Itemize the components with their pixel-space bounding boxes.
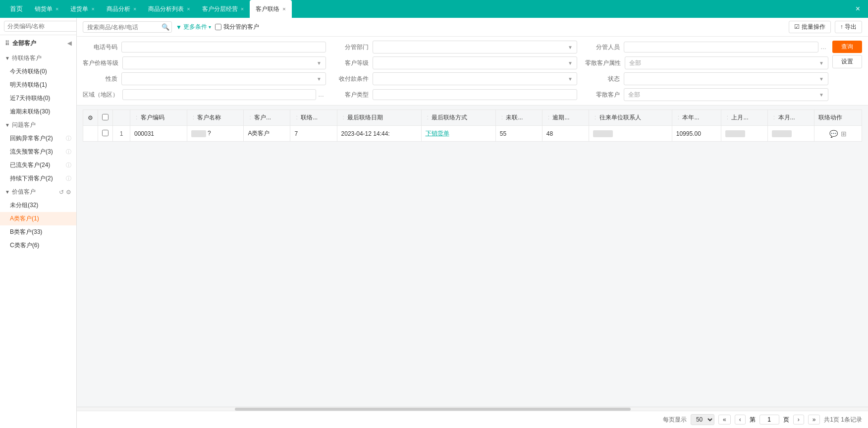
nav-tab-purchase[interactable]: 进货单 × bbox=[64, 0, 100, 18]
sidebar-root[interactable]: ⠿ 全部客户 ◀ bbox=[0, 35, 76, 52]
sidebar-item-declining[interactable]: 持续下滑客户(2) ⓘ bbox=[0, 172, 76, 185]
filter-field-person: 分管人员 … bbox=[585, 42, 828, 53]
last-month-placeholder bbox=[725, 130, 745, 137]
filter-search-input[interactable] bbox=[87, 24, 162, 31]
close-tab-purchase[interactable]: × bbox=[91, 6, 94, 12]
th-last-month[interactable]: : 上月... bbox=[721, 110, 767, 126]
batch-ops-btn[interactable]: ☑ 批量操作 bbox=[789, 21, 830, 33]
filter-input-region[interactable] bbox=[122, 89, 316, 100]
horizontal-scrollbar[interactable] bbox=[77, 407, 868, 411]
sidebar-item-today[interactable]: 今天待联络(0) bbox=[0, 65, 76, 78]
close-all-tabs[interactable]: × bbox=[852, 4, 864, 13]
filter-input-phone[interactable] bbox=[121, 42, 326, 53]
th-unit-contact[interactable]: : 往来单位联系人 bbox=[589, 110, 672, 126]
th-last-method[interactable]: : 最后联络方式 bbox=[421, 110, 495, 126]
row-checkbox[interactable] bbox=[102, 130, 108, 136]
sidebar-item-week[interactable]: 近7天待联络(0) bbox=[0, 92, 76, 105]
filter-select-status[interactable]: ▼ bbox=[624, 72, 828, 85]
sidebar-item-overdue[interactable]: 逾期未联络(30) bbox=[0, 105, 76, 118]
first-page-btn[interactable]: « bbox=[718, 415, 731, 425]
filter-search-icon[interactable]: 🔍 bbox=[162, 23, 169, 31]
nav-tab-sales[interactable]: 销货单 × bbox=[29, 0, 64, 18]
filter-more-btn[interactable]: ▼ 更多条件 ▾ bbox=[176, 23, 211, 31]
sidebar-search-input[interactable] bbox=[4, 21, 77, 32]
total-text: 共1页 1条记录 bbox=[824, 416, 862, 424]
value-settings-icon[interactable]: ⚙ bbox=[66, 189, 71, 196]
th-this-year[interactable]: : 本年... bbox=[672, 110, 721, 126]
adv-filter: 电话号码 分管部门 ▼ 分管人员 bbox=[77, 37, 868, 106]
filter-input-person[interactable] bbox=[624, 42, 818, 53]
select-all-checkbox[interactable] bbox=[102, 114, 108, 120]
nav-tab-analysis-list[interactable]: 商品分析列表 × bbox=[142, 0, 196, 18]
sidebar-section-pending-title[interactable]: ▼ 待联络客户 bbox=[0, 52, 76, 65]
filter-field-region: 区域（地区） … bbox=[83, 89, 326, 100]
th-last-date[interactable]: : 最后联络日期 bbox=[337, 110, 421, 126]
sidebar-item-repeat[interactable]: 回购异常客户(2) ⓘ bbox=[0, 132, 76, 145]
sidebar-item-tomorrow[interactable]: 明天待联络(1) bbox=[0, 78, 76, 92]
filter-mine-checkbox[interactable] bbox=[215, 24, 221, 30]
price-level-dropdown-icon: ▼ bbox=[317, 60, 322, 66]
filter-select-payment[interactable]: ▼ bbox=[373, 72, 577, 85]
close-tab-customer-tier[interactable]: × bbox=[241, 6, 244, 12]
value-refresh-icon[interactable]: ↺ bbox=[59, 189, 64, 196]
close-tab-customer-contact[interactable]: × bbox=[282, 6, 285, 12]
last-page-btn[interactable]: » bbox=[808, 415, 820, 425]
filter-input-type[interactable] bbox=[373, 89, 577, 100]
nav-home[interactable]: 首页 bbox=[4, 0, 29, 18]
sidebar-item-a-class[interactable]: A类客户(1) bbox=[0, 212, 76, 225]
filter-select-price-level[interactable]: ▼ bbox=[122, 56, 326, 69]
page-size-label: 每页显示 bbox=[663, 416, 687, 424]
filter-icon: ▼ bbox=[176, 24, 182, 31]
sidebar-section-value-title[interactable]: ▼ 价值客户 ↺ ⚙ bbox=[0, 185, 76, 199]
table-header-row: ⚙ : 客户编码 : 客户名称 bbox=[83, 110, 862, 126]
sidebar-item-lost-pre[interactable]: 流失预警客户(3) ⓘ bbox=[0, 145, 76, 159]
settings-btn[interactable]: 设置 bbox=[832, 55, 862, 68]
th-name[interactable]: : 客户名称 bbox=[187, 110, 244, 126]
filter-label-nature: 性质 bbox=[83, 75, 117, 83]
close-tab-sales[interactable]: × bbox=[55, 6, 58, 12]
qr-icon[interactable]: ⊞ bbox=[841, 130, 847, 138]
close-tab-analysis[interactable]: × bbox=[133, 6, 136, 12]
filter-select-retail[interactable]: 全部 ▼ bbox=[624, 88, 828, 101]
sidebar-item-ungroup[interactable]: 未分组(32) bbox=[0, 199, 76, 212]
close-tab-analysis-list[interactable]: × bbox=[187, 6, 190, 12]
th-level[interactable]: : 客户... bbox=[244, 110, 290, 126]
th-contact[interactable]: : 联络... bbox=[290, 110, 337, 126]
export-btn[interactable]: ↑ 导出 bbox=[835, 21, 862, 33]
sidebar-item-c-class[interactable]: C类客户(6) bbox=[0, 239, 76, 252]
th-code[interactable]: : 客户编码 bbox=[130, 110, 187, 126]
region-more-icon[interactable]: … bbox=[316, 91, 326, 98]
nav-tab-customer-tier[interactable]: 客户分层经营 × bbox=[196, 0, 250, 18]
chat-icon[interactable]: 💬 bbox=[829, 130, 838, 138]
prev-page-btn[interactable]: ‹ bbox=[735, 415, 746, 425]
filter-label-type: 客户类型 bbox=[334, 91, 369, 99]
sidebar-collapse-icon[interactable]: ◀ bbox=[67, 40, 71, 47]
sidebar-item-b-class[interactable]: B类客户(33) bbox=[0, 225, 76, 239]
th-this-month[interactable]: : 本月... bbox=[767, 110, 814, 126]
next-page-btn[interactable]: › bbox=[793, 415, 804, 425]
customer-table: ⚙ : 客户编码 : 客户名称 bbox=[83, 109, 862, 142]
page-num-input[interactable] bbox=[760, 415, 779, 425]
td-last-method: 下销货单 bbox=[421, 126, 495, 142]
filter-select-customer-level[interactable]: ▼ bbox=[373, 56, 577, 69]
pending-arrow-icon: ▼ bbox=[5, 55, 10, 61]
td-contact: 7 bbox=[290, 126, 337, 142]
person-more-icon[interactable]: … bbox=[818, 44, 828, 51]
page-size-select[interactable]: 50 bbox=[691, 414, 714, 425]
th-overdue[interactable]: : 逾期... bbox=[542, 110, 589, 126]
th-gear[interactable]: ⚙ bbox=[83, 110, 98, 126]
th-no-contact[interactable]: : 未联... bbox=[495, 110, 542, 126]
this-month-placeholder bbox=[772, 130, 792, 137]
filter-select-retail-attr[interactable]: 全部 ▼ bbox=[625, 56, 828, 69]
sidebar-item-lost[interactable]: 已流失客户(24) ⓘ bbox=[0, 159, 76, 172]
filter-select-nature[interactable]: ▼ bbox=[121, 72, 326, 85]
filter-select-dept[interactable]: ▼ bbox=[373, 41, 577, 54]
customer-level-dropdown-icon: ▼ bbox=[568, 60, 573, 66]
nav-tab-customer-contact[interactable]: 客户联络 × bbox=[250, 0, 291, 18]
nav-tab-analysis[interactable]: 商品分析 × bbox=[101, 0, 142, 18]
query-btn[interactable]: 查询 bbox=[832, 41, 862, 53]
td-no-contact: 55 bbox=[495, 126, 542, 142]
last-method-link[interactable]: 下销货单 bbox=[426, 130, 449, 137]
sidebar-section-pending: ▼ 待联络客户 今天待联络(0) 明天待联络(1) 近7天待联络(0) 逾期未联… bbox=[0, 52, 76, 118]
sidebar-section-problem-title[interactable]: ▼ 问题客户 bbox=[0, 118, 76, 132]
